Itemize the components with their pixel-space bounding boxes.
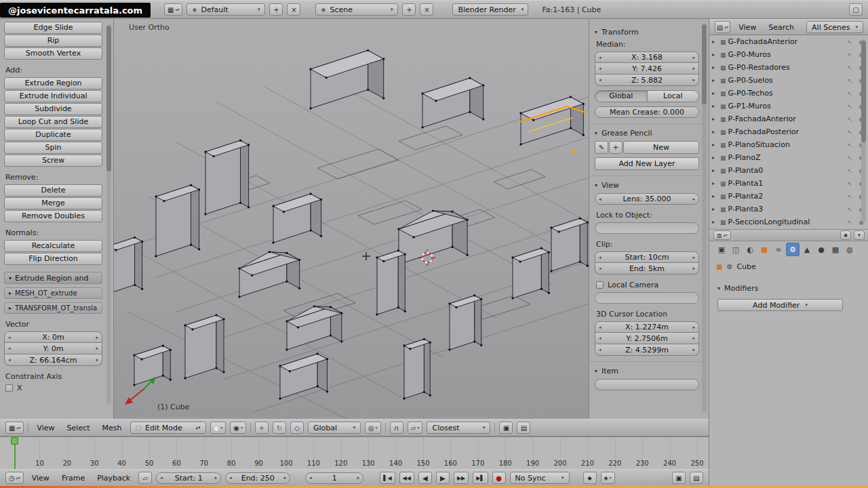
restrict-select-icon[interactable]: ↖ (846, 155, 855, 161)
outliner-scrollbar[interactable] (861, 39, 866, 222)
tab-physics[interactable]: ◍ (843, 243, 856, 256)
expand-icon[interactable]: ▸ (712, 206, 718, 212)
record-button[interactable]: ● (492, 472, 506, 484)
vector-x-field[interactable]: ◂X: 0m▸ (4, 331, 102, 343)
expand-icon[interactable]: ▸ (712, 116, 718, 122)
median-z-field[interactable]: ◂Z: 5.882▸ (595, 75, 699, 86)
tab-world[interactable]: ◐ (743, 243, 757, 256)
decrement-icon[interactable]: ◂ (599, 266, 601, 271)
increment-icon[interactable]: ▸ (692, 347, 695, 352)
item-panel-header[interactable]: ▾Item (595, 367, 699, 375)
expand-icon[interactable]: ▸ (712, 167, 718, 174)
timeline-menu-view[interactable]: View (28, 474, 54, 483)
operator-panel-header[interactable]: ▾ Extrude Region and (4, 272, 102, 284)
expand-icon[interactable]: ▸ (712, 90, 718, 96)
tool-flip-direction[interactable]: Flip Direction (4, 253, 102, 265)
scrollbar-thumb[interactable] (861, 41, 866, 142)
proportional-edit-dropdown[interactable]: ◎▾ (365, 422, 381, 434)
outliner-item[interactable]: ▸▦P-SeccionLongitudinal↖◉ (709, 216, 868, 228)
grease-draw-button[interactable]: ✎ (595, 141, 608, 154)
tool-rip[interactable]: Rip (4, 35, 102, 47)
local-toggle[interactable]: Local (648, 90, 700, 102)
tool-duplicate[interactable]: Duplicate (4, 129, 102, 141)
tool-spin[interactable]: Spin (4, 142, 102, 154)
jump-next-keyframe-button[interactable]: ▶▶ (454, 472, 469, 484)
tab-material[interactable]: ● (814, 243, 828, 256)
increment-icon[interactable]: ▸ (692, 325, 695, 330)
tool-merge[interactable]: Merge (4, 197, 102, 209)
view-panel-header[interactable]: ▾View (595, 181, 699, 190)
operator-subpanel-extrude[interactable]: ▸ MESH_OT_extrude (4, 287, 102, 299)
properties-editor-type-button[interactable]: ▥▴▾ (713, 230, 731, 240)
add-modifier-dropdown[interactable]: Add Modifier▾ (717, 299, 843, 311)
menu-mesh[interactable]: Mesh (98, 424, 126, 432)
delete-scene-button[interactable]: × (420, 3, 433, 16)
clip-start-field[interactable]: ◂Start: 10cm▸ (595, 251, 699, 263)
increment-icon[interactable]: ▸ (692, 197, 695, 202)
tab-data[interactable]: ▲ (800, 243, 814, 256)
outliner-menu-search[interactable]: Search (764, 23, 798, 32)
tool-remove-doubles[interactable]: Remove Doubles (4, 210, 102, 222)
increment-icon[interactable]: ▸ (215, 475, 218, 481)
render-engine-dropdown[interactable]: Blender Render▾ (452, 3, 528, 16)
properties-pin-button[interactable]: ◉ (840, 230, 851, 240)
play-button[interactable]: ▶ (436, 472, 450, 484)
outliner-item[interactable]: ▸▦P-FachadaAnterior↖◉ (709, 113, 868, 125)
restrict-select-icon[interactable]: ↖ (846, 167, 855, 174)
manipulator-translate-button[interactable]: + (255, 422, 269, 434)
screen-layout-dropdown[interactable]: ◈Default▾ (186, 3, 265, 16)
decrement-icon[interactable]: ◂ (229, 475, 232, 481)
median-x-field[interactable]: ◂X: 3.168▸ (595, 52, 699, 63)
add-new-layer-button[interactable]: Add New Layer (595, 157, 699, 170)
tab-render[interactable]: ▣ (715, 243, 728, 256)
expand-icon[interactable]: ▸ (712, 39, 718, 45)
expand-icon[interactable]: ▸ (712, 129, 718, 135)
tool-screw[interactable]: Screw (4, 155, 102, 167)
tab-texture[interactable]: ▩ (829, 243, 842, 256)
restrict-select-icon[interactable]: ↖ (846, 180, 855, 187)
decrement-icon[interactable]: ◂ (599, 325, 601, 330)
outliner-item[interactable]: ▸▦G-FachadaAnterior↖◉ (709, 35, 868, 48)
restrict-select-icon[interactable]: ↖ (846, 90, 855, 97)
outliner-item[interactable]: ▸▦P-Planta2↖◉ (709, 190, 868, 203)
frame-start-field[interactable]: ◂Start: 1▸ (156, 472, 221, 484)
restrict-select-icon[interactable]: ↖ (846, 219, 855, 226)
increment-icon[interactable]: ▸ (692, 336, 695, 341)
restrict-select-icon[interactable]: ↖ (846, 77, 855, 84)
decrement-icon[interactable]: ◂ (309, 475, 312, 481)
viewport-editor-type-button[interactable]: ▦▴▾ (5, 422, 24, 434)
outliner-item[interactable]: ▸▦P-PlanoZ↖◉ (709, 151, 868, 164)
outliner-item[interactable]: ▸▦P-FachadaPosterior↖◉ (709, 125, 868, 138)
expand-icon[interactable]: ▸ (712, 64, 718, 70)
tool-loop-cut-and-slide[interactable]: Loop Cut and Slide (4, 116, 102, 128)
decrement-icon[interactable]: ◂ (160, 475, 163, 481)
outliner-scope-dropdown[interactable]: All Scenes▾ (806, 21, 863, 33)
menu-select[interactable]: Select (63, 424, 94, 432)
outliner-item[interactable]: ▸▦P-Planta0↖◉ (709, 164, 868, 177)
mean-crease-slider[interactable]: Mean Crease: 0.000 (595, 106, 699, 118)
decrement-icon[interactable]: ◂ (599, 255, 601, 260)
expand-icon[interactable]: ▸ (712, 103, 718, 109)
lens-slider[interactable]: ◂Lens: 35.000▸ (595, 193, 699, 205)
expand-icon[interactable]: ▸ (712, 77, 718, 83)
tab-object[interactable]: ■ (757, 243, 771, 256)
scene-dropdown[interactable]: ◈Scene▾ (315, 3, 398, 16)
opengl-render-anim-button[interactable]: ▤ (517, 422, 530, 434)
global-toggle[interactable]: Global (595, 90, 648, 102)
lock-object-field[interactable] (595, 222, 699, 234)
editor-type-button[interactable]: ▦▴▾ (164, 3, 182, 16)
cursor-z-field[interactable]: ◂Z: 4.5299m▸ (595, 344, 699, 356)
keying-set-dropdown[interactable]: ◈▾ (601, 472, 615, 484)
breadcrumb-object-name[interactable]: Cube (736, 262, 755, 271)
copy-pose-button[interactable]: ▣ (672, 472, 686, 484)
transform-panel-header[interactable]: ▾Transform (595, 28, 699, 37)
outliner-item[interactable]: ▸▦P-PlanoSituacion↖◉ (709, 138, 868, 151)
window-button[interactable]: ▢ (849, 3, 863, 16)
tool-smooth-vertex[interactable]: Smooth Vertex (4, 47, 102, 60)
timeline-editor-type-button[interactable]: ◷▴▾ (5, 472, 24, 484)
median-y-field[interactable]: ◂Y: 7.426▸ (595, 63, 699, 75)
clip-end-field[interactable]: ◂End: 5km▸ (595, 263, 699, 274)
manipulator-scale-button[interactable]: ◇ (290, 422, 304, 434)
increment-icon[interactable]: ▸ (96, 357, 98, 363)
timeline-menu-frame[interactable]: Frame (58, 474, 89, 483)
